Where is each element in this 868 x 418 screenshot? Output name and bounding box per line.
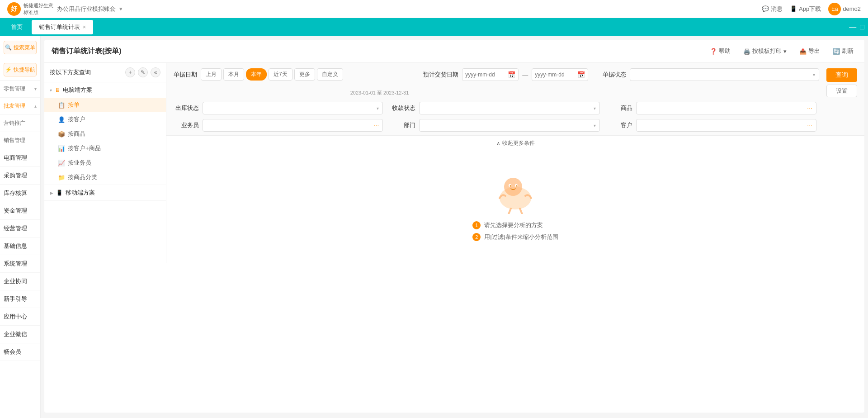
salesman-label: 业务员 — [174, 121, 199, 129]
plan-item-by-goods[interactable]: 📦 按商品 — [44, 127, 166, 141]
quick-nav-button[interactable]: ⚡ 快捷导航 — [4, 63, 37, 76]
plan-item-by-goods-cat[interactable]: 📁 按商品分类 — [44, 170, 166, 185]
dropdown-arrow-icon: ▾ — [783, 48, 787, 55]
edit-plan-button[interactable]: ✎ — [138, 67, 148, 77]
message-button[interactable]: 💬 消息 — [762, 5, 783, 13]
help-button[interactable]: ❓ 帮助 — [706, 45, 734, 57]
empty-svg — [488, 169, 542, 214]
date-separator: — — [522, 71, 528, 78]
sidebar-item-newbie[interactable]: 新手引导 — [0, 290, 40, 308]
order-icon: 📋 — [58, 102, 65, 109]
collapse-more-button[interactable]: ∧ 收起更多条件 — [166, 136, 864, 151]
sidebar-item-operations[interactable]: 经营管理 — [0, 220, 40, 238]
date-filter-label: 单据日期 — [174, 71, 197, 79]
plan-item-by-customer[interactable]: 👤 按客户 — [44, 112, 166, 127]
chevron-up-icon: ▴ — [34, 104, 37, 109]
goods-input[interactable]: ··· — [636, 102, 816, 114]
customer-icon: 👤 — [58, 116, 65, 123]
sidebar-item-finance[interactable]: 资金管理 — [0, 202, 40, 220]
date-filter: 单据日期 上月 本月 本年 近7天 更多 自定义 — [174, 68, 343, 81]
nav-window-buttons: — □ — [849, 23, 864, 31]
tab-close-icon[interactable]: × — [83, 24, 86, 30]
empty-tips-list: 1 请先选择要分析的方案 2 用[过滤]条件来缩小分析范围 — [472, 221, 558, 245]
status-select[interactable]: ▾ — [630, 68, 819, 81]
plan-item-by-order[interactable]: 📋 按单 — [44, 98, 166, 112]
empty-tip-2: 2 用[过滤]条件来缩小分析范围 — [472, 233, 558, 241]
mobile-icon: 📱 — [56, 190, 63, 196]
sidebar-item-vip[interactable]: 畅会员 — [0, 343, 40, 361]
predicted-date-from-field[interactable] — [465, 71, 506, 78]
logo-area: 好 畅捷通好生意 标准版 — [7, 2, 53, 16]
salesman-filter: 业务员 ··· — [174, 119, 383, 132]
customer-goods-icon: 📊 — [58, 145, 65, 152]
sidebar-item-purchase[interactable]: 采购管理 — [0, 167, 40, 185]
page-container: 销售订单统计表(按单) ❓ 帮助 🖨️ 按模板打印 ▾ 📤 导出 — [44, 40, 864, 413]
plan-item-by-customer-goods[interactable]: 📊 按客户+商品 — [44, 141, 166, 156]
receive-status-select[interactable]: ▾ — [419, 102, 599, 114]
plan-group-pc-header[interactable]: ▾ 🖥 电脑端方案 — [44, 82, 166, 98]
sidebar-item-inventory[interactable]: 库存核算 — [0, 185, 40, 202]
predicted-date-to-input[interactable]: 📅 — [532, 68, 588, 81]
chevron-down-icon: ▾ — [34, 86, 37, 91]
sidebar-item-retail[interactable]: 零售管理 ▾ — [0, 81, 40, 98]
receive-status-label: 收款状态 — [390, 104, 415, 112]
expand-button[interactable]: □ — [860, 23, 864, 31]
goods-icon: 📦 — [58, 131, 65, 138]
search-menu-button[interactable]: 🔍 搜索菜单 — [4, 41, 37, 54]
sidebar-item-marketing[interactable]: 营销推广 — [0, 115, 40, 132]
custom-date-button[interactable]: 自定义 — [317, 68, 343, 81]
export-button[interactable]: 📤 导出 — [796, 45, 824, 57]
plan-group-mobile-header[interactable]: ▶ 📱 移动端方案 — [44, 185, 166, 200]
top-bar-right: 💬 消息 📱 App下载 Ea demo2 — [762, 3, 861, 15]
salesman-more-btn[interactable]: ··· — [374, 122, 379, 129]
query-button[interactable]: 查询 — [826, 68, 857, 82]
filter-row-3: 业务员 ··· 部门 ▾ — [174, 119, 857, 132]
tab-home[interactable]: 首页 — [4, 20, 30, 34]
category-icon: 📁 — [58, 174, 65, 181]
this-month-button[interactable]: 本月 — [223, 68, 244, 81]
sidebar-item-sales-mgmt[interactable]: 销售管理 — [0, 132, 40, 149]
last7days-button[interactable]: 近7天 — [269, 68, 292, 81]
sidebar-item-base-info[interactable]: 基础信息 — [0, 238, 40, 255]
calendar-to-icon[interactable]: 📅 — [577, 71, 585, 78]
goods-filter: 商品 ··· — [607, 102, 816, 114]
logo-text: 畅捷通好生意 标准版 — [24, 2, 53, 15]
more-date-button[interactable]: 更多 — [294, 68, 315, 81]
salesman-input[interactable]: ··· — [203, 119, 383, 132]
salesman-icon: 📈 — [58, 160, 65, 166]
sidebar-item-app-center[interactable]: 应用中心 — [0, 308, 40, 326]
tab-sales-stats[interactable]: 销售订单统计表 × — [32, 20, 93, 34]
customer-input[interactable]: ··· — [636, 119, 816, 132]
print-button[interactable]: 🖨️ 按模板打印 ▾ — [740, 45, 790, 57]
goods-more-btn[interactable]: ··· — [807, 104, 812, 112]
plan-item-by-salesman[interactable]: 📈 按业务员 — [44, 156, 166, 170]
dept-select[interactable]: ▾ — [419, 119, 599, 132]
sidebar-item-corp-collab[interactable]: 企业协同 — [0, 273, 40, 290]
app-download-button[interactable]: 📱 App下载 — [790, 5, 821, 13]
predicted-date-to-field[interactable] — [535, 71, 576, 78]
right-area: 单据日期 上月 本月 本年 近7天 更多 自定义 — [166, 63, 864, 263]
calendar-from-icon[interactable]: 📅 — [508, 71, 515, 78]
ship-status-select[interactable]: ▾ — [203, 102, 383, 114]
sidebar-item-system[interactable]: 系统管理 — [0, 255, 40, 273]
print-icon: 🖨️ — [743, 48, 750, 55]
sidebar-item-ecommerce[interactable]: 电商管理 — [0, 149, 40, 167]
sidebar-item-corp-wechat[interactable]: 企业微信 — [0, 326, 40, 343]
refresh-button[interactable]: 🔄 刷新 — [829, 45, 857, 57]
dept-select-arrow: ▾ — [594, 123, 596, 128]
last-month-button[interactable]: 上月 — [201, 68, 222, 81]
this-year-button[interactable]: 本年 — [246, 68, 267, 81]
top-bar: 好 畅捷通好生意 标准版 办公用品行业模拟账套 ▾ 💬 消息 📱 App下载 E… — [0, 0, 868, 18]
sidebar: 🔍 搜索菜单 ⚡ 快捷导航 零售管理 ▾ 批发管理 ▴ 营销推广 销售管理 电商… — [0, 36, 41, 418]
predicted-date-from-input[interactable]: 📅 — [462, 68, 519, 81]
receive-status-filter: 收款状态 ▾ — [390, 102, 599, 114]
svg-point-5 — [516, 185, 517, 187]
add-plan-button[interactable]: + — [125, 67, 135, 77]
setting-button[interactable]: 设置 — [826, 85, 857, 97]
customer-more-btn[interactable]: ··· — [807, 122, 812, 129]
user-area[interactable]: Ea demo2 — [828, 3, 861, 15]
shrink-button[interactable]: — — [849, 23, 856, 31]
collapse-plan-button[interactable]: « — [151, 67, 160, 77]
group-collapsed-icon: ▶ — [50, 190, 53, 195]
sidebar-item-wholesale[interactable]: 批发管理 ▴ — [0, 98, 40, 115]
